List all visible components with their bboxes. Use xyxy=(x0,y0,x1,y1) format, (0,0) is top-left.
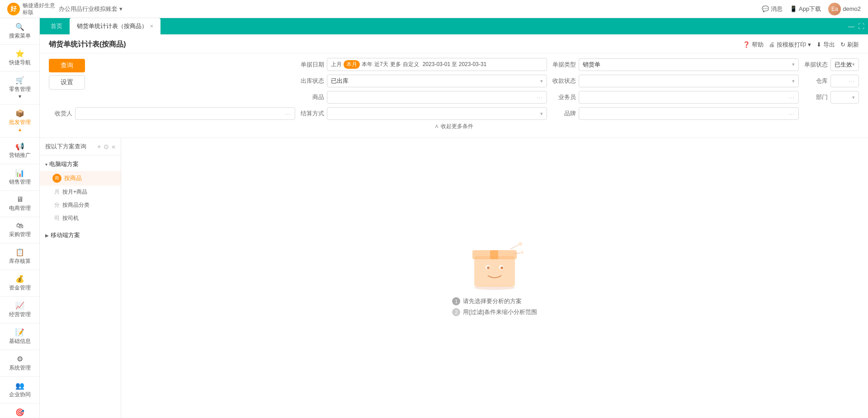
date-range-value: 2023-03-01 至 2023-03-31 xyxy=(423,61,486,68)
page-actions: ❓ 帮助 🖨 按模板打印 ▾ ⬇ 导出 ↻ 刷新 xyxy=(743,41,859,49)
dept-control[interactable]: ▾ xyxy=(830,91,859,104)
sidebar-item-quick-nav[interactable]: ⭐ 快捷导航 xyxy=(0,45,39,71)
payment-control[interactable]: ▾ xyxy=(579,75,799,87)
settlement-control[interactable]: ▾ xyxy=(327,107,547,120)
date-shortcut-current-month[interactable]: 本月 xyxy=(344,60,360,69)
sidebar-item-retail[interactable]: 🛒 零售管理 ▾ xyxy=(0,71,39,104)
scheme-item-icon: 商 xyxy=(52,174,61,183)
sidebar-item-guide[interactable]: 🎯 新手引导 xyxy=(0,404,39,418)
receiver-control[interactable]: ··· xyxy=(75,107,295,120)
inventory-icon: 📋 xyxy=(2,248,38,256)
refresh-icon: ↻ xyxy=(840,41,845,48)
goods-filter: 商品 ··· xyxy=(301,91,547,104)
doc-type-control[interactable]: 销货单 ▾ xyxy=(579,58,799,71)
export-btn[interactable]: ⬇ 导出 xyxy=(816,41,835,49)
chevron-down-icon: ▾ xyxy=(808,41,811,48)
goods-control[interactable]: ··· xyxy=(327,91,547,104)
scheme-item-by-month-goods[interactable]: 月 按月+商品 xyxy=(40,185,121,199)
date-shortcut-7days[interactable]: 近7天 xyxy=(374,61,388,68)
settings-button[interactable]: 设置 xyxy=(49,75,85,90)
warehouse-control[interactable]: ··· xyxy=(830,75,859,87)
sidebar-item-enterprise[interactable]: 👥 企业协同 xyxy=(0,377,39,404)
sidebar-item-ecommerce[interactable]: 🖥 电商管理 xyxy=(0,191,39,217)
right-action-buttons: 查询 设置 xyxy=(49,58,295,90)
scheme-edit-btn[interactable]: ⊙ xyxy=(104,143,109,150)
date-shortcut-current-year[interactable]: 本年 xyxy=(362,61,373,68)
chevron-icon: ▴ xyxy=(19,126,21,133)
svg-point-6 xyxy=(487,266,490,269)
date-shortcut-more[interactable]: 更多 xyxy=(390,61,401,68)
sidebar-item-purchase[interactable]: 🛍 采购管理 xyxy=(0,217,39,243)
search-icon: 🔍 xyxy=(2,23,38,31)
sidebar-item-sales[interactable]: 📊 销售管理 xyxy=(0,164,39,191)
date-shortcut-prev-month[interactable]: 上月 xyxy=(331,61,342,68)
page-header: 销货单统计计表(按商品) ❓ 帮助 🖨 按模板打印 ▾ ⬇ 导出 xyxy=(40,34,868,53)
more-dots-icon: ··· xyxy=(285,110,291,117)
scheme-group-mobile-title[interactable]: ▶ 移动端方案 xyxy=(40,228,121,242)
out-status-label: 出库状态 xyxy=(301,77,324,85)
collapse-conditions-btn[interactable]: ∧ 收起更多条件 xyxy=(49,120,859,133)
help-icon: ❓ xyxy=(743,41,750,48)
scheme-group-mobile: ▶ 移动端方案 xyxy=(40,227,121,244)
doc-type-label: 单据类型 xyxy=(552,61,576,69)
workspace-selector[interactable]: 办公用品行业模拟账套 ▾ xyxy=(59,5,123,13)
query-button[interactable]: 查询 xyxy=(49,59,85,72)
message-btn[interactable]: 💬 消息 xyxy=(762,5,783,13)
svg-line-8 xyxy=(510,245,519,249)
sidebar-item-finance[interactable]: 💰 资金管理 xyxy=(0,270,39,297)
settlement-filter: 结算方式 ▾ xyxy=(301,107,547,120)
scheme-group-desktop-title[interactable]: ▾ 电脑端方案 xyxy=(40,157,121,171)
empty-state: 1 请先选择要分析的方案 2 用[过滤]条件来缩小分析范围 xyxy=(121,138,868,418)
brand-label: 品牌 xyxy=(552,109,576,118)
user-menu[interactable]: Ea demo2 xyxy=(828,3,861,15)
scheme-item-by-goods[interactable]: 商 按商品 xyxy=(40,171,121,185)
sidebar-item-inventory[interactable]: 📋 库存核算 xyxy=(0,243,39,270)
content-area: 销货单统计计表(按商品) ❓ 帮助 🖨 按模板打印 ▾ ⬇ 导出 xyxy=(40,34,868,418)
svg-point-9 xyxy=(519,242,522,246)
receiver-label: 收货人 xyxy=(49,109,72,118)
doc-status-filter: 单据状态 已生效 ▾ xyxy=(804,58,859,71)
doc-status-control[interactable]: 已生效 ▾ xyxy=(830,58,859,71)
receiver-filter: 收货人 ··· xyxy=(49,107,295,120)
scheme-add-btn[interactable]: + xyxy=(97,143,101,150)
date-shortcut-custom[interactable]: 自定义 xyxy=(403,61,419,68)
retail-icon: 🛒 xyxy=(2,76,38,85)
sidebar-item-basic-info[interactable]: 📝 基础信息 xyxy=(0,323,39,350)
date-control[interactable]: 上月 本月 本年 近7天 更多 自定义 2023-03-01 至 2023-03… xyxy=(327,58,547,71)
enterprise-icon: 👥 xyxy=(2,381,38,390)
tip-number-2: 2 xyxy=(452,308,460,316)
sidebar-item-system[interactable]: ⚙ 系统管理 xyxy=(0,350,39,377)
month-icon: 月 xyxy=(54,188,60,196)
filter-section: 单据日期 上月 本月 本年 近7天 更多 自定义 2023-03-01 至 20… xyxy=(40,53,868,138)
scheme-item-by-category[interactable]: 分 按商品分类 xyxy=(40,199,121,212)
tab-sales-statistics[interactable]: 销货单统计计表（按商品） × xyxy=(70,18,160,34)
body-area: 按以下方案查询 + ⊙ « ▾ 电脑端方案 商 xyxy=(40,138,868,418)
gear-icon: ⚙ xyxy=(2,355,38,363)
app-download-btn[interactable]: 📱 App下载 xyxy=(790,5,821,13)
more-dots-icon: ··· xyxy=(788,110,795,117)
tab-maximize-btn[interactable]: ⛶ xyxy=(858,23,864,30)
avatar: Ea xyxy=(828,3,841,15)
tab-home[interactable]: 首页 xyxy=(43,18,70,34)
help-btn[interactable]: ❓ 帮助 xyxy=(743,41,764,49)
salesman-control[interactable]: ··· xyxy=(579,91,799,104)
sidebar-item-operation[interactable]: 📈 经营管理 xyxy=(0,297,39,323)
driver-icon: 司 xyxy=(54,214,60,222)
tab-bar: 首页 销货单统计计表（按商品） × — ⛶ xyxy=(40,18,868,34)
refresh-btn[interactable]: ↻ 刷新 xyxy=(840,41,859,49)
scheme-collapse-btn[interactable]: « xyxy=(112,143,115,150)
star-icon: ⭐ xyxy=(2,49,38,58)
goods-label: 商品 xyxy=(301,93,324,101)
doc-status-label: 单据状态 xyxy=(804,61,828,69)
sidebar-item-wholesale[interactable]: 📦 批发管理 ▴ xyxy=(0,104,39,138)
sidebar-item-search[interactable]: 🔍 搜索菜单 xyxy=(0,18,39,45)
tab-close-btn[interactable]: × xyxy=(150,23,153,29)
out-status-control[interactable]: 已出库 ▾ xyxy=(327,75,547,87)
scheme-item-by-driver[interactable]: 司 按司机 xyxy=(40,212,121,225)
payment-filter: 收款状态 ▾ xyxy=(552,75,799,87)
tab-minimize-btn[interactable]: — xyxy=(848,23,854,30)
template-print-btn[interactable]: 🖨 按模板打印 ▾ xyxy=(769,41,811,49)
sidebar-item-marketing[interactable]: 📢 营销推广 xyxy=(0,138,39,164)
out-status-filter: 出库状态 已出库 ▾ xyxy=(301,75,547,87)
brand-control[interactable]: ··· xyxy=(579,107,799,120)
